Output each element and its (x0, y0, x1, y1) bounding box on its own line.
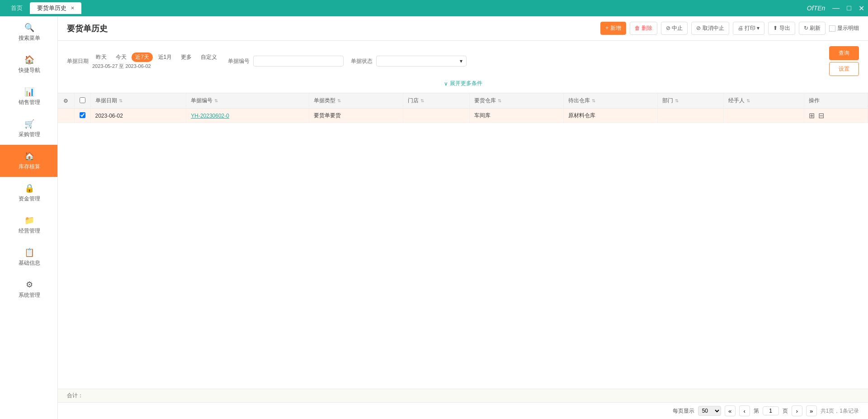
row-checkbox-cell[interactable] (74, 109, 90, 123)
tab-home[interactable]: 首页 (4, 2, 30, 14)
date-btn-yesterday[interactable]: 昨天 (92, 52, 110, 62)
row-edit-icon[interactable]: ⊞ (809, 111, 815, 120)
col-settings-header[interactable]: ⚙ (58, 93, 74, 109)
finance-icon: 🔒 (24, 183, 34, 193)
row-type: 要货单要货 (309, 109, 403, 123)
sidebar-item-search[interactable]: 🔍 搜索菜单 (0, 16, 57, 48)
col-req-warehouse-header[interactable]: 要货仓库 (469, 93, 563, 109)
date-btn-7days[interactable]: 近7天 (132, 52, 153, 62)
bill-no-input[interactable] (253, 56, 344, 67)
current-page-input[interactable] (763, 406, 779, 415)
display-detail-label: 显示明细 (837, 24, 859, 32)
summary-label: 合计： (67, 392, 83, 400)
last-page-button[interactable]: » (806, 405, 817, 416)
sidebar-item-sales[interactable]: 📊 销售管理 (0, 81, 57, 113)
sidebar-item-label: 采购管理 (19, 131, 40, 138)
sidebar-item-finance[interactable]: 🔒 资金管理 (0, 177, 57, 209)
gear-icon-header[interactable]: ⚙ (63, 98, 68, 104)
tab-requisition-history[interactable]: 要货单历史 × (30, 2, 81, 14)
export-button[interactable]: ⬆ 导出 (768, 22, 795, 35)
date-range-display: 2023-05-27 至 2023-06-02 (92, 63, 221, 70)
sales-icon: 📊 (24, 87, 34, 97)
status-filter: 单据状态 ▾ (351, 56, 467, 67)
cancel-stop-button[interactable]: ⊘ 取消中止 (691, 22, 729, 35)
row-checkbox[interactable] (80, 112, 85, 118)
sidebar-item-label: 搜索菜单 (19, 34, 40, 42)
sidebar-item-operations[interactable]: 📁 经营管理 (0, 209, 57, 241)
page-size-select[interactable]: 10 20 50 100 (698, 406, 721, 416)
row-billno[interactable]: YH-20230602-0 (186, 109, 309, 123)
chevron-down-icon: ▾ (460, 58, 462, 64)
inventory-icon: 🏠 (24, 151, 34, 161)
header-actions: + 新增 🗑 删除 ⊘ 中止 ⊘ 取消中止 🖨 打印 ▾ ⬆ 导出 ↻ 刷新 显… (600, 22, 859, 35)
delete-button[interactable]: 🗑 删除 (630, 22, 657, 35)
sidebar-item-base[interactable]: 📋 基础信息 (0, 241, 57, 273)
date-btn-more[interactable]: 更多 (177, 52, 195, 62)
sidebar-item-label: 系统管理 (19, 291, 40, 299)
tab-close-icon[interactable]: × (71, 5, 75, 11)
col-date-header[interactable]: 单据日期 (90, 93, 186, 109)
page-header: 要货单历史 + 新增 🗑 删除 ⊘ 中止 ⊘ 取消中止 🖨 打印 ▾ ⬆ 导出 … (58, 16, 868, 41)
row-actions: ⊞ ⊟ (804, 109, 868, 123)
print-button[interactable]: 🖨 打印 ▾ (733, 22, 765, 35)
expand-more-button[interactable]: ∨ 展开更多条件 (444, 80, 482, 87)
sidebar-item-label: 基础信息 (19, 259, 40, 267)
window-controls: — □ ✕ (832, 4, 864, 13)
sidebar-item-system[interactable]: ⚙ 系统管理 (0, 273, 57, 305)
display-detail-checkbox[interactable] (829, 25, 835, 32)
row-pending-warehouse: 原材料仓库 (563, 109, 657, 123)
content-area: 要货单历史 + 新增 🗑 删除 ⊘ 中止 ⊘ 取消中止 🖨 打印 ▾ ⬆ 导出 … (58, 16, 868, 419)
date-filter: 单据日期 昨天 今天 近7天 近1月 更多 自定义 2023-05-27 至 2… (67, 52, 221, 70)
base-icon: 📋 (24, 248, 34, 257)
purchase-icon: 🛒 (24, 119, 34, 129)
home-icon: 🏠 (24, 55, 34, 65)
date-btn-custom[interactable]: 自定义 (197, 52, 221, 62)
minimize-icon[interactable]: — (832, 4, 840, 13)
query-button[interactable]: 查询 (829, 46, 859, 60)
sidebar-item-inventory[interactable]: 🏠 库存核算 (0, 145, 57, 177)
col-dept-header[interactable]: 部门 (657, 93, 723, 109)
expand-more-label: 展开更多条件 (450, 80, 482, 87)
display-detail-toggle[interactable]: 显示明细 (829, 24, 859, 32)
tab-list: 首页 要货单历史 × (4, 2, 807, 14)
sidebar-item-label: 资金管理 (19, 195, 40, 203)
stop-button[interactable]: ⊘ 中止 (661, 22, 688, 35)
sidebar-item-shortcut[interactable]: 🏠 快捷导航 (0, 48, 57, 81)
col-pending-warehouse-header[interactable]: 待出仓库 (563, 93, 657, 109)
col-billno-header[interactable]: 单据编号 (186, 93, 309, 109)
new-button[interactable]: + 新增 (600, 22, 626, 35)
refresh-button[interactable]: ↻ 刷新 (799, 22, 826, 35)
col-shop-header[interactable]: 门店 (403, 93, 469, 109)
row-shop (403, 109, 469, 123)
date-btn-today[interactable]: 今天 (112, 52, 130, 62)
main-layout: 🔍 搜索菜单 🏠 快捷导航 📊 销售管理 🛒 采购管理 🏠 库存核算 🔒 资金管… (0, 16, 868, 419)
prev-page-button[interactable]: ‹ (739, 405, 750, 416)
row-settings (58, 109, 74, 123)
brand-logo: OfTEn (807, 5, 825, 12)
col-actions-header: 操作 (804, 93, 868, 109)
system-icon: ⚙ (26, 280, 33, 290)
sidebar-item-purchase[interactable]: 🛒 采购管理 (0, 113, 57, 145)
select-all-checkbox[interactable] (80, 97, 85, 103)
first-page-button[interactable]: « (725, 405, 736, 416)
table-row[interactable]: 2023-06-02 YH-20230602-0 要货单要货 车间库 原材料仓库… (58, 109, 868, 123)
maximize-icon[interactable]: □ (847, 4, 851, 13)
bill-no-filter: 单据编号 (228, 56, 344, 67)
bill-no-label: 单据编号 (228, 57, 250, 65)
next-page-button[interactable]: › (792, 405, 802, 416)
close-icon[interactable]: ✕ (859, 4, 864, 13)
row-more-icon[interactable]: ⊟ (818, 111, 824, 120)
table-container: ⚙ 单据日期 单据编号 单据类型 门店 要货仓库 待出仓库 部门 经手人 操 (58, 93, 868, 389)
col-type-header[interactable]: 单据类型 (309, 93, 403, 109)
status-label: 单据状态 (351, 57, 373, 65)
col-checkbox-header[interactable] (74, 93, 90, 109)
date-btn-1month[interactable]: 近1月 (155, 52, 176, 62)
sidebar: 🔍 搜索菜单 🏠 快捷导航 📊 销售管理 🛒 采购管理 🏠 库存核算 🔒 资金管… (0, 16, 58, 419)
sidebar-item-label: 销售管理 (19, 99, 40, 106)
page-title: 要货单历史 (67, 23, 108, 34)
search-icon: 🔍 (24, 23, 34, 33)
page-label: 第 (754, 407, 759, 415)
status-select[interactable]: ▾ (376, 56, 467, 67)
col-handler-header[interactable]: 经手人 (724, 93, 804, 109)
settings-button[interactable]: 设置 (829, 62, 859, 76)
